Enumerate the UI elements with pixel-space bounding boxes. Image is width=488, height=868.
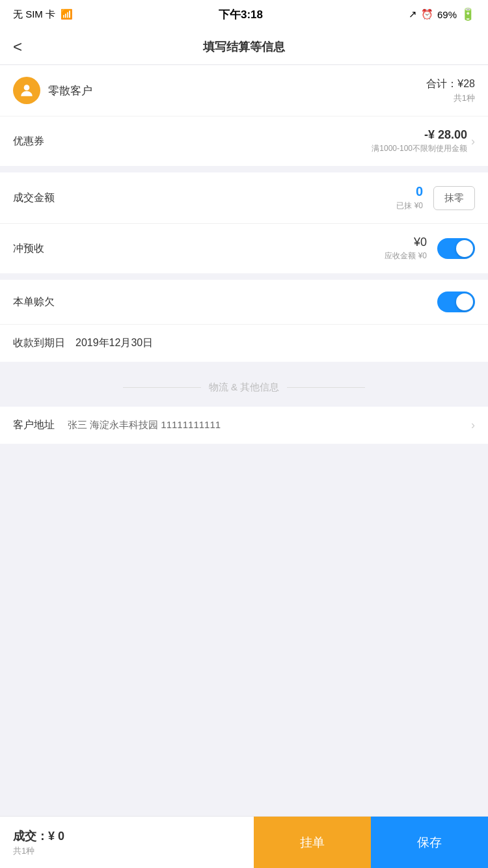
credit-toggle-knob bbox=[456, 293, 473, 310]
coupon-row[interactable]: 优惠券 -¥ 28.00 满1000-100不限制使用金额 › bbox=[0, 116, 488, 166]
total-amount: 合计：¥28 bbox=[426, 77, 475, 91]
deal-label: 成交金额 bbox=[13, 191, 55, 205]
coupon-right: -¥ 28.00 满1000-100不限制使用金额 › bbox=[372, 128, 475, 154]
address-value: 张三 海淀永丰科技园 11111111111 bbox=[68, 419, 221, 431]
divider-line-left bbox=[123, 387, 201, 388]
bottom-count: 共1种 bbox=[13, 845, 241, 857]
advance-sub: 应收金额 ¥0 bbox=[385, 251, 427, 262]
location-icon: ↗ bbox=[409, 8, 417, 20]
address-section: 客户地址 张三 海淀永丰科技园 11111111111 › bbox=[0, 407, 488, 444]
round-zero-button[interactable]: 抹零 bbox=[433, 186, 475, 210]
status-left: 无 SIM 卡 📶 bbox=[13, 8, 73, 21]
coupon-desc: 满1000-100不限制使用金额 bbox=[372, 143, 467, 154]
credit-row: 本单赊欠 bbox=[0, 280, 488, 325]
bottom-bar: 成交：¥ 0 共1种 挂单 保存 bbox=[0, 816, 488, 868]
svg-point-0 bbox=[24, 85, 30, 90]
total-count: 共1种 bbox=[426, 92, 475, 104]
due-label: 收款到期日 bbox=[13, 336, 65, 350]
logistics-divider: 物流 & 其他信息 bbox=[0, 368, 488, 407]
logistics-line: 物流 & 其他信息 bbox=[0, 381, 488, 394]
bottom-deal-value: ¥ 0 bbox=[48, 830, 64, 843]
avatar bbox=[13, 77, 40, 104]
customer-row: 零散客户 合计：¥28 共1种 bbox=[0, 65, 488, 116]
advance-right: ¥0 应收金额 ¥0 bbox=[385, 236, 475, 262]
credit-label: 本单赊欠 bbox=[13, 295, 55, 309]
address-row[interactable]: 客户地址 张三 海淀永丰科技园 11111111111 › bbox=[0, 407, 488, 444]
user-icon bbox=[18, 82, 35, 99]
coupon-value-wrap: -¥ 28.00 满1000-100不限制使用金额 bbox=[372, 128, 467, 154]
hang-button[interactable]: 挂单 bbox=[254, 817, 371, 869]
nav-bar: < 填写结算等信息 bbox=[0, 29, 488, 65]
status-time: 下午3:18 bbox=[219, 7, 263, 22]
mid-section: 成交金额 0 已抹 ¥0 抹零 冲预收 ¥0 应收金额 ¥0 bbox=[0, 172, 488, 273]
deal-value: 0 bbox=[396, 184, 423, 199]
customer-left: 零散客户 bbox=[13, 77, 92, 104]
advance-row: 冲预收 ¥0 应收金额 ¥0 bbox=[0, 224, 488, 273]
due-row: 收款到期日 2019年12月30日 bbox=[0, 325, 488, 362]
coupon-label: 优惠券 bbox=[13, 135, 44, 148]
toggle-knob bbox=[456, 240, 473, 257]
customer-name: 零散客户 bbox=[48, 83, 92, 98]
bottom-info: 成交：¥ 0 共1种 bbox=[0, 828, 254, 857]
bottom-deal-text: 成交： bbox=[13, 830, 48, 843]
carrier-text: 无 SIM 卡 bbox=[13, 8, 55, 21]
alarm-icon: ⏰ bbox=[421, 8, 433, 20]
divider-line-right bbox=[287, 387, 365, 388]
address-chevron-icon: › bbox=[471, 418, 475, 432]
coupon-chevron-icon: › bbox=[471, 135, 475, 148]
deal-sub: 已抹 ¥0 bbox=[396, 200, 423, 211]
save-button[interactable]: 保存 bbox=[371, 817, 488, 869]
back-button[interactable]: < bbox=[13, 38, 22, 56]
customer-section: 零散客户 合计：¥28 共1种 优惠券 -¥ 28.00 满1000-100不限… bbox=[0, 65, 488, 166]
wifi-icon: 📶 bbox=[61, 8, 73, 20]
customer-right: 合计：¥28 共1种 bbox=[426, 77, 475, 104]
due-date: 2019年12月30日 bbox=[75, 336, 153, 350]
credit-section: 本单赊欠 收款到期日 2019年12月30日 bbox=[0, 280, 488, 362]
content: 零散客户 合计：¥28 共1种 优惠券 -¥ 28.00 满1000-100不限… bbox=[0, 65, 488, 515]
status-bar: 无 SIM 卡 📶 下午3:18 ↗ ⏰ 69% 🔋 bbox=[0, 0, 488, 29]
advance-value: ¥0 bbox=[385, 236, 427, 249]
deal-right: 0 已抹 ¥0 抹零 bbox=[396, 184, 475, 211]
credit-toggle[interactable] bbox=[437, 292, 475, 312]
page-title: 填写结算等信息 bbox=[203, 39, 285, 55]
advance-value-wrap: ¥0 应收金额 ¥0 bbox=[385, 236, 427, 262]
advance-toggle[interactable] bbox=[437, 238, 475, 259]
address-left: 客户地址 张三 海淀永丰科技园 11111111111 bbox=[13, 418, 471, 432]
address-label: 客户地址 bbox=[13, 418, 55, 432]
battery-icon: 🔋 bbox=[461, 7, 475, 21]
advance-label: 冲预收 bbox=[13, 242, 44, 256]
logistics-label: 物流 & 其他信息 bbox=[209, 381, 279, 394]
coupon-discount: -¥ 28.00 bbox=[372, 128, 467, 142]
deal-value-wrap: 0 已抹 ¥0 bbox=[396, 184, 423, 211]
status-right: ↗ ⏰ 69% 🔋 bbox=[409, 7, 475, 21]
deal-row: 成交金额 0 已抹 ¥0 抹零 bbox=[0, 172, 488, 224]
battery-text: 69% bbox=[437, 9, 457, 20]
bottom-deal-label: 成交：¥ 0 bbox=[13, 828, 241, 844]
